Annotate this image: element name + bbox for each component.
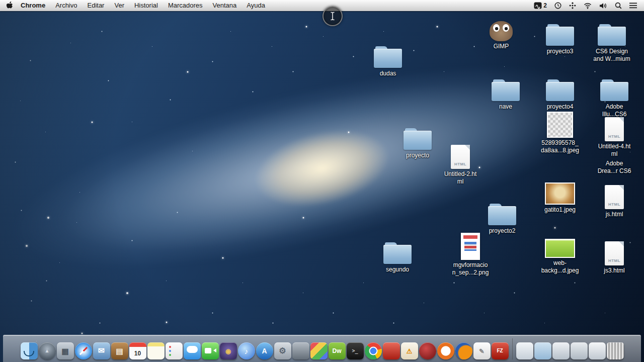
desktop-icon-app-gimp[interactable]: GIMP [477,21,525,50]
dock-item-messages[interactable] [184,342,201,359]
dock-item-textedit[interactable]: ✎ [473,342,491,359]
desktop-icon-label: proyecto4 [547,103,574,111]
folder-icon [374,46,402,68]
dock-item-dreamweaver[interactable]: Dw [329,342,346,359]
dock-item-finder[interactable] [21,342,38,359]
dock-item-minimized-window-2[interactable] [571,342,588,359]
desktop-icon-image-gatito1[interactable]: gatito1.jpeg [536,183,584,214]
folder-icon [492,79,520,102]
apple-menu[interactable] [0,2,20,10]
desktop-icon-label-adobe-dreamweaver[interactable]: Adobe Drea...r CS6 [590,158,638,175]
menu-item-ayuda[interactable]: Ayuda [242,0,270,11]
dock-item-glyph: >_ [352,348,358,353]
desktop-icon-image-mgvformacion[interactable]: mgvformacio n_sep...2.png [446,233,495,277]
desktop-icon-folder-cs6-design[interactable]: CS6 Design and W...mium [588,24,636,63]
keyboard-access-menu[interactable] [569,2,576,9]
dock-item-dark-red-app[interactable] [419,342,436,359]
keyboard-access-icon [569,2,576,9]
desktop-icon-image-5289395578[interactable]: 5289395578_ da8aa...8.jpeg [536,112,584,154]
desktop-icon-folder-proyecto2[interactable]: proyecto2 [478,204,526,235]
desktop-icon-folder-proyecto[interactable]: proyecto [393,128,442,159]
menu-item-historial[interactable]: Historial [129,0,163,11]
html-badge-label: HTML [605,202,624,207]
desktop-icon-label: proyecto [406,152,429,159]
dock-item-mission-control[interactable]: ▦ [57,342,74,359]
clock-menu[interactable] [554,2,561,9]
dock-item-paint-app[interactable] [310,342,328,359]
menu-app-name[interactable]: Chrome [20,0,50,11]
dock-separator [512,338,513,359]
desktop-icon-folder-segundo[interactable]: segundo [373,242,422,274]
desktop-icon-folder-proyecto4[interactable]: proyecto4 [536,79,584,111]
desktop-icon-label: js.html [606,211,623,218]
menu-item-editar[interactable]: Editar [82,0,109,11]
folder-icon [383,242,412,264]
desktop-icon-folder-nave[interactable]: nave [481,79,530,111]
image-thumbnail [461,233,480,260]
desktop-icon-label: Adobe Drea...r CS6 [598,160,631,175]
input-source-menu[interactable]: 2 [534,2,547,9]
spotlight-search-icon [615,2,622,9]
volume-icon [599,3,607,9]
desktop-icon-html-untitled-4[interactable]: HTMLUntitled-4.ht ml [590,117,638,158]
dock-item-itunes[interactable]: ♪ [238,342,255,359]
dock-item-calendar[interactable]: 10 [129,342,146,359]
menu-item-archivo[interactable]: Archivo [50,0,82,11]
dock-item-stack-downloads[interactable] [534,342,551,359]
dock-item-photo-booth[interactable]: ◉ [220,342,237,359]
wifi-menu[interactable] [584,3,592,9]
image-thumbnail [547,112,573,138]
menu-item-ver[interactable]: Ver [109,0,129,11]
dock-item-firefox[interactable] [455,342,472,359]
dock-item-launchpad[interactable]: ▲ [39,342,56,359]
dock-item-glyph: Dw [333,348,342,354]
desktop-icon-html-js3[interactable]: HTMLjs3.html [590,241,638,275]
dock-item-mail[interactable]: ✉ [93,342,110,359]
desktop-icon-folder-adobe-illustrator[interactable]: Adobe Illu...CS6 [590,79,638,118]
desktop-icon-label: gatito1.jpeg [544,206,576,214]
html-file-icon: HTML [605,117,624,141]
volume-menu[interactable] [599,3,607,9]
dock-item-system-preferences[interactable]: ⚙ [274,342,291,359]
desktop-icon-html-untitled-2[interactable]: HTMLUntitled-2.ht ml [436,145,485,186]
notification-center-menu[interactable] [629,3,637,9]
dock-item-facetime[interactable] [202,342,219,359]
dock-item-gray-utility-app[interactable] [292,342,309,359]
dock-item-contacts[interactable]: ▤ [111,342,128,359]
menu-item-marcadores[interactable]: Marcadores [163,0,208,11]
dock-item-app-store[interactable]: A [256,342,273,359]
dock-item-warning-app[interactable]: ⚠ [401,342,418,359]
dock-item-glyph: FZ [497,348,503,353]
dock-item-chrome[interactable] [365,342,382,359]
desktop-icon-image-web-background[interactable]: web- backg...d.jpeg [536,239,584,275]
dock-item-stack-documents[interactable] [516,342,533,359]
dock-item-terminal[interactable]: >_ [347,342,364,359]
gimp-app-icon [490,21,513,41]
desktop-icon-folder-proyecto3[interactable]: proyecto3 [536,24,584,55]
clock-icon [554,2,561,9]
menu-bar-menus: Chrome ArchivoEditarVerHistorialMarcador… [20,0,270,11]
dock-item-minimized-window-1[interactable] [552,342,570,359]
desktop-icon-folder-dudas[interactable]: dudas [364,46,412,77]
folder-icon [546,79,574,102]
spotlight-menu[interactable] [615,2,622,9]
html-file-icon: HTML [605,241,624,265]
folder-icon [546,24,574,46]
menu-item-ventana[interactable]: Ventana [208,0,242,11]
list-menu-icon [629,3,637,9]
dock-item-notes[interactable] [147,342,165,359]
dock-item-reminders[interactable] [166,342,183,359]
desktop-icon-label: Untitled-4.ht ml [598,143,631,158]
dock-item-red-app[interactable] [383,342,400,359]
dock-item-trash[interactable] [607,342,624,359]
desktop-icon-label: proyecto3 [547,48,574,55]
input-source-icon [534,2,542,9]
desktop-icon-html-js[interactable]: HTMLjs.html [590,185,638,218]
dock-item-minimized-window-3[interactable] [589,342,606,359]
desktop-icon-label: CS6 Design and W...mium [593,48,630,63]
text-cursor-icon [330,12,335,21]
dock-item-glyph: ⚙ [279,347,286,355]
dock-item-orange-ring-app[interactable] [437,342,454,359]
dock-item-safari[interactable] [75,342,92,359]
dock-item-filezilla[interactable]: FZ [492,342,509,359]
